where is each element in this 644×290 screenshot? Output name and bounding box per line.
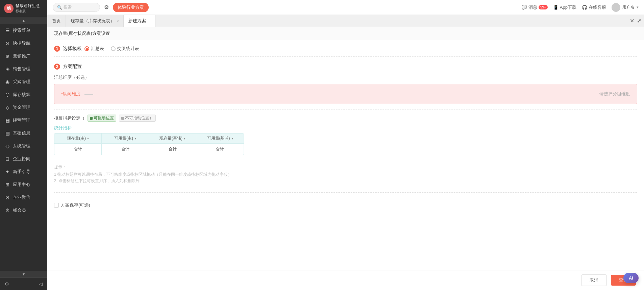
stat-col-2-cell: 合计 [149,144,196,155]
stat-col-2[interactable]: 现存量(基辅) ▾ 合计 [149,134,196,155]
scheme-body: 1 选择模板 汇总表 交叉统计表 [47,40,644,225]
radio-summary-dot [86,48,88,50]
app-name: 畅康通好生意 [16,3,40,9]
stat-table: 现存量(主) ▾ 合计 可用量(主) ▾ 合计 [54,133,244,155]
tab-inventory-label: 现存量（库存状况表） [71,18,115,24]
sidebar-item-operations[interactable]: ▦ 经营管理 [0,114,47,127]
chevron-down-icon: ▾ [637,5,639,9]
save-checkbox[interactable] [54,203,59,208]
tab-bar: 首页 现存量（库存状况表） × 新建方案 × ✕ ⤢ [47,15,644,27]
system-icon: ◎ [5,143,10,149]
sidebar-item-system[interactable]: ◎ 系统管理 [0,140,47,152]
not-draggable-tag: 不可拖动位置） [119,115,156,122]
sidebar: 畅 畅康通好生意 标准版 ▲ ☰ 搜索菜单 ⊙ 快捷导航 ⊕ 营销推广 ◈ 销售… [0,0,47,290]
hint-text-1: 1.拖动标题栏可以调整布局，不可跨维度或指标区域拖动（只能在同一维度或指标区域内… [54,171,637,178]
stat-col-1-cell: 合计 [102,144,149,155]
not-draggable-tag-label: 不可拖动位置） [125,115,153,121]
stat-col-1-chevron: ▾ [134,137,136,140]
sidebar-item-quick-nav[interactable]: ⊙ 快捷导航 [0,37,47,50]
stat-col-1[interactable]: 可用量(主) ▾ 合计 [102,134,149,155]
radio-summary[interactable]: 汇总表 [84,46,104,52]
sidebar-item-basic-info[interactable]: ▤ 基础信息 [0,127,47,140]
sidebar-item-label: 畅会员 [13,207,26,213]
app-center-icon: ⊞ [5,182,10,187]
stat-col-3-header: 可用量(基辅) ▾ [196,134,244,144]
tab-home[interactable]: 首页 [47,15,66,27]
sidebar-item-finance[interactable]: ◇ 资金管理 [0,101,47,114]
sidebar-item-label: 经营管理 [13,117,30,123]
template-options: 汇总表 交叉统计表 [84,46,139,52]
gear-icon[interactable]: ⚙ [104,4,109,10]
search-placeholder: 搜索 [64,4,72,10]
tab-inventory[interactable]: 现存量（库存状况表） × [66,15,124,27]
purchase-icon: ◉ [5,79,10,84]
sidebar-nav: ☰ 搜索菜单 ⊙ 快捷导航 ⊕ 营销推广 ◈ 销售管理 ◉ 采购管理 ⬡ 库存核… [0,24,47,271]
cancel-button[interactable]: 取消 [581,274,607,286]
sidebar-item-label: 销售管理 [13,66,30,72]
window-expand-icon[interactable]: ⤢ [637,18,641,24]
stat-col-3-cell: 合计 [196,144,244,155]
tab-new-scheme[interactable]: 新建方案 × [124,15,155,27]
dimension-box[interactable]: *纵向维度 —— 请选择分组维度 [54,84,637,104]
service-button[interactable]: 🎧 在线客服 [582,4,606,10]
sidebar-item-search-menu[interactable]: ☰ 搜索菜单 [0,24,47,37]
sidebar-item-marketing[interactable]: ⊕ 营销推广 [0,50,47,63]
stat-col-2-header: 现存量(基辅) ▾ [149,134,196,144]
step1-label: 选择模板 [63,46,82,52]
sidebar-scroll-up[interactable]: ▲ [0,17,47,24]
sidebar-item-label: 系统管理 [13,143,30,149]
sidebar-item-label: 营销推广 [13,53,30,59]
tab-inventory-close[interactable]: × [117,19,119,23]
step2-title: 2 方案配置 [54,64,637,70]
message-label: 消息 [528,4,537,10]
sidebar-item-app-center[interactable]: ⊞ 应用中心 [0,178,47,191]
sidebar-item-new-guide[interactable]: ✦ 新手引导 [0,165,47,178]
stat-col-3[interactable]: 可用量(基辅) ▾ 合计 [196,134,244,155]
sidebar-scroll-down[interactable]: ▼ [0,271,47,277]
indicator-section: 模板指标设定（ 可拖动位置 不可拖动位置） 统计指标 [54,115,637,156]
sidebar-item-label: 应用中心 [13,182,30,188]
user-name: 用户名 [622,4,635,10]
app-download-label: App下载 [560,4,576,10]
stat-col-0-chevron: ▾ [87,137,89,140]
stat-col-0-label: 现存量(主) [67,136,86,141]
sidebar-item-inventory[interactable]: ⬡ 库存核算 [0,88,47,101]
sidebar-item-label: 企业微信 [13,194,30,200]
radio-cross[interactable]: 交叉统计表 [111,46,139,52]
step1-title: 1 选择模板 汇总表 交叉统计表 [54,46,637,52]
tab-new-scheme-close[interactable]: × [148,19,150,23]
divider2 [54,110,637,110]
sidebar-item-enterprise-wechat[interactable]: ⊠ 企业微信 [0,191,47,204]
radio-cross-circle [111,46,116,51]
stat-col-3-label: 可用量(基辅) [207,136,230,141]
message-badge: 99+ [539,5,548,9]
tab-new-scheme-label: 新建方案 [128,18,146,24]
window-close-icon[interactable]: ✕ [630,18,634,24]
radio-summary-label: 汇总表 [91,46,104,52]
divider1 [54,56,637,57]
search-box[interactable]: 🔍 搜索 [53,3,100,12]
settings-icon[interactable]: ⚙ [5,281,9,287]
trial-button[interactable]: 体验行业方案 [113,3,149,12]
sidebar-item-member[interactable]: ♔ 畅会员 [0,204,47,217]
app-download-button[interactable]: 📱 App下载 [553,4,576,10]
topbar: 🔍 搜索 ⚙ 体验行业方案 💬 消息 99+ 📱 App下载 🎧 在线客服 用户… [47,0,644,15]
dimension-separator: —— [84,92,595,97]
user-menu[interactable]: 用户名 ▾ [612,3,639,12]
collapse-icon[interactable]: ◁ [39,281,43,287]
message-button[interactable]: 💬 消息 99+ [522,4,548,10]
sidebar-item-label: 快捷导航 [13,40,30,46]
sidebar-bottom: ⚙ ◁ [0,277,47,290]
summary-dimension-label: 汇总维度（必选） [54,74,637,80]
sidebar-item-sales[interactable]: ◈ 销售管理 [0,63,47,75]
sales-icon: ◈ [5,66,10,72]
marketing-icon: ⊕ [5,53,10,59]
sidebar-item-enterprise[interactable]: ⊟ 企业协同 [0,152,47,165]
content-area: 现存量(库存状况表)方案设置 1 选择模板 汇总表 [47,27,644,270]
not-draggable-tag-dot [121,117,124,120]
stat-col-2-chevron: ▾ [184,137,185,140]
indicator-setting-label: 模板指标设定（ 可拖动位置 不可拖动位置） [54,115,637,122]
ai-bubble[interactable]: Ai [623,273,639,283]
sidebar-item-purchase[interactable]: ◉ 采购管理 [0,75,47,88]
stat-col-0[interactable]: 现存量(主) ▾ 合计 [54,134,102,155]
